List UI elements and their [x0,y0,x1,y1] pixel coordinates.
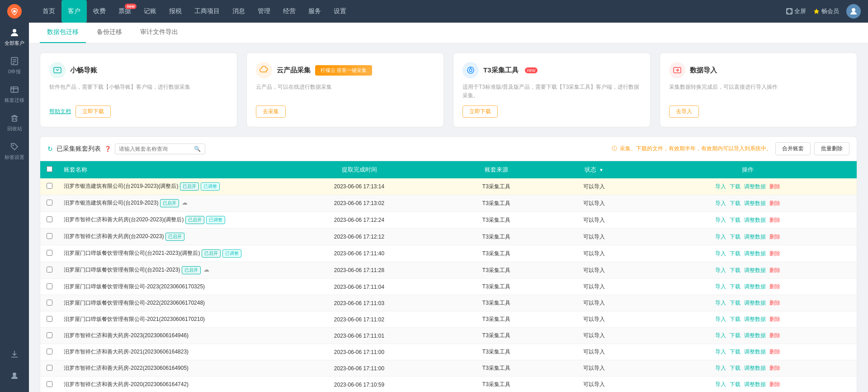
action-调整数据[interactable]: 调整数据 [744,283,766,290]
action-导入[interactable]: 导入 [715,381,726,387]
action-删除[interactable]: 删除 [769,332,780,339]
action-导入[interactable]: 导入 [715,300,726,306]
nav-operation[interactable]: 经营 [277,0,302,23]
action-下载[interactable]: 下载 [730,234,741,240]
action-下载[interactable]: 下载 [730,365,741,371]
merge-btn[interactable]: 合并账套 [775,142,811,155]
nav-clients[interactable]: 客户 [61,0,87,23]
action-下载[interactable]: 下载 [730,217,741,223]
action-下载[interactable]: 下载 [730,250,741,257]
nav-messages[interactable]: 消息 [226,0,251,23]
action-调整数据[interactable]: 调整数据 [744,250,766,257]
tab-data-migration[interactable]: 数据包迁移 [40,23,86,43]
row-checkbox[interactable] [47,349,52,354]
search-input[interactable] [119,146,191,152]
row-checkbox[interactable] [47,200,52,206]
t3-download-btn[interactable]: 立即下载 [462,105,498,118]
app-logo[interactable] [0,0,29,23]
action-导入[interactable]: 导入 [715,200,726,206]
xiaochang-download-btn[interactable]: 立即下载 [75,105,111,118]
action-调整数据[interactable]: 调整数据 [744,349,766,355]
action-删除[interactable]: 删除 [769,300,780,306]
row-checkbox[interactable] [47,183,52,189]
row-checkbox[interactable] [47,267,52,272]
nav-business[interactable]: 工商项目 [188,0,226,23]
action-下载[interactable]: 下载 [730,316,741,322]
nav-fees[interactable]: 收费 [87,0,112,23]
row-checkbox[interactable] [47,283,52,289]
help-icon[interactable]: ❓ [104,146,111,152]
fullscreen-btn[interactable]: 全屏 [786,7,806,15]
action-导入[interactable]: 导入 [715,365,726,371]
tab-backup-migration[interactable]: 备份迁移 [90,23,129,43]
batch-delete-btn[interactable]: 批量删除 [814,142,849,155]
action-下载[interactable]: 下载 [730,200,741,206]
action-调整数据[interactable]: 调整数据 [744,217,766,223]
action-导入[interactable]: 导入 [715,234,726,240]
action-删除[interactable]: 删除 [769,365,780,371]
row-checkbox[interactable] [47,250,52,256]
action-删除[interactable]: 删除 [769,316,780,322]
action-调整数据[interactable]: 调整数据 [744,200,766,206]
status-sort-icon[interactable]: ▼ [599,167,604,172]
action-导入[interactable]: 导入 [715,250,726,257]
action-导入[interactable]: 导入 [715,183,726,190]
action-删除[interactable]: 删除 [769,200,780,206]
action-下载[interactable]: 下载 [730,267,741,273]
action-删除[interactable]: 删除 [769,267,780,273]
sidebar-item-recycle[interactable]: 回收站 [0,108,29,137]
action-导入[interactable]: 导入 [715,349,726,355]
tab-audit-export[interactable]: 审计文件导出 [133,23,185,43]
nav-home[interactable]: 首页 [36,0,61,23]
nav-service[interactable]: 服务 [302,0,327,23]
action-导入[interactable]: 导入 [715,316,726,322]
action-下载[interactable]: 下载 [730,300,741,306]
cloud-collect-btn[interactable]: 去采集 [256,105,286,118]
action-删除[interactable]: 删除 [769,234,780,240]
sidebar-item-tag-settings[interactable]: 标签设置 [0,137,29,165]
row-checkbox[interactable] [47,381,52,387]
action-导入[interactable]: 导入 [715,283,726,290]
action-导入[interactable]: 导入 [715,332,726,339]
row-checkbox[interactable] [47,233,52,239]
cloud-badge-btn[interactable]: 柠檬云 搭客一键采集 [315,65,372,76]
member-btn[interactable]: 畅会员 [813,7,839,15]
xiaochang-help-link[interactable]: 帮助文档 [49,108,71,115]
nav-settings[interactable]: 设置 [327,0,353,23]
action-调整数据[interactable]: 调整数据 [744,381,766,387]
row-checkbox[interactable] [47,365,52,371]
action-下载[interactable]: 下载 [730,283,741,290]
action-删除[interactable]: 删除 [769,250,780,257]
action-调整数据[interactable]: 调整数据 [744,267,766,273]
action-下载[interactable]: 下载 [730,183,741,190]
sidebar-item-user[interactable] [0,366,29,387]
action-调整数据[interactable]: 调整数据 [744,234,766,240]
action-导入[interactable]: 导入 [715,217,726,223]
row-checkbox[interactable] [47,300,52,306]
action-调整数据[interactable]: 调整数据 [744,316,766,322]
action-调整数据[interactable]: 调整数据 [744,300,766,306]
select-all-checkbox[interactable] [47,166,52,172]
import-go-btn[interactable]: 去导入 [669,105,699,118]
action-下载[interactable]: 下载 [730,381,741,387]
sidebar-item-all-clients[interactable]: 全部客户 [0,23,29,51]
action-导入[interactable]: 导入 [715,267,726,273]
row-checkbox[interactable] [47,332,52,338]
sidebar-item-account-migration[interactable]: 账套迁移 [0,80,29,108]
refresh-icon[interactable]: ↻ [47,145,53,153]
action-下载[interactable]: 下载 [730,332,741,339]
action-调整数据[interactable]: 调整数据 [744,365,766,371]
nav-accounting[interactable]: 记账 [137,0,163,23]
sidebar-item-zero-report[interactable]: 0申报 [0,51,29,80]
user-avatar[interactable] [846,4,861,19]
action-删除[interactable]: 删除 [769,183,780,190]
search-icon[interactable]: 🔍 [194,146,201,152]
nav-tax[interactable]: 报税 [163,0,188,23]
nav-manage[interactable]: 管理 [251,0,277,23]
nav-invoices[interactable]: 票据 new [112,0,137,23]
row-checkbox[interactable] [47,316,52,322]
row-checkbox[interactable] [47,216,52,222]
action-调整数据[interactable]: 调整数据 [744,183,766,190]
action-删除[interactable]: 删除 [769,283,780,290]
action-删除[interactable]: 删除 [769,349,780,355]
